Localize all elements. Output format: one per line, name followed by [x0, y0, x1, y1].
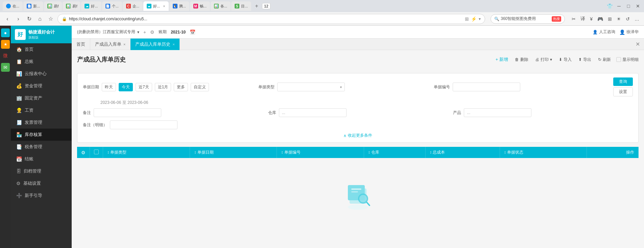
- account-selector[interactable]: (勿删勿禁用）江西服宝测试专用 ▾: [77, 29, 139, 35]
- tab-t8[interactable]: ☁ 好... ×: [143, 1, 169, 11]
- sidebar-item-home[interactable]: 🏠 首页: [11, 43, 72, 55]
- column-settings-icon[interactable]: ⚙: [81, 150, 86, 155]
- refresh-button[interactable]: ↻: [25, 15, 33, 23]
- custom-btn[interactable]: 自定义: [191, 83, 209, 91]
- refresh-button[interactable]: ↻ 刷新: [597, 56, 612, 63]
- chevron-down-icon[interactable]: ▾: [479, 17, 481, 21]
- email-symbol: ✉: [3, 65, 7, 70]
- search-panel: 单据日期 昨天 今天 近7天 近1月 更多 自定义 单据类型: [77, 73, 639, 143]
- last7-btn[interactable]: 近7天: [136, 83, 152, 91]
- maximize-button[interactable]: □: [625, 3, 632, 9]
- yuan-icon[interactable]: ¥: [589, 16, 594, 22]
- consultant-button[interactable]: 👤 人工咨询: [593, 29, 615, 35]
- sidebar-item-tax[interactable]: 📑 税务管理: [11, 141, 72, 153]
- sidebar-item-ledger[interactable]: 📋 总账: [11, 55, 72, 68]
- remark-input[interactable]: [94, 108, 161, 117]
- settings-dots-icon[interactable]: …: [633, 16, 641, 22]
- tab-t5[interactable]: ☁ 好...: [81, 1, 101, 11]
- tab-t10[interactable]: M 畅...: [190, 1, 210, 11]
- detail-remark-input[interactable]: [110, 120, 177, 129]
- search-bar[interactable]: 🔍 360智能抠图免费用 热搜: [491, 14, 565, 24]
- payroll-icon: 👷: [16, 108, 22, 113]
- export-icon: ⬆: [578, 57, 582, 62]
- last1m-btn[interactable]: 近1月: [155, 83, 171, 91]
- page-tab-list-close[interactable]: ×: [123, 42, 125, 46]
- sidebar-item-close[interactable]: 📆 结账: [11, 153, 72, 165]
- close-button[interactable]: ✕: [635, 3, 641, 9]
- query-button[interactable]: 查询: [613, 77, 633, 86]
- add-account-icon[interactable]: +: [143, 29, 146, 35]
- delete-button[interactable]: 🗑 删除: [514, 56, 530, 63]
- tab-t2[interactable]: 📄 新...: [23, 1, 43, 11]
- table-header-row: ⚙ ↕ 单据类型 ↕ 单据日期: [77, 147, 639, 158]
- sidebar-item-fixed[interactable]: 🏢 固定资产: [11, 92, 72, 104]
- print-dropdown-icon: ▾: [550, 57, 552, 62]
- home-button[interactable]: ⌂: [36, 15, 44, 23]
- game-icon[interactable]: 🎮: [596, 16, 604, 22]
- search-row-date: 单据日期 昨天 今天 近7天 近1月 更多 自定义 单据类型: [83, 77, 633, 96]
- th-checkbox[interactable]: [90, 147, 103, 158]
- translate-icon[interactable]: 译: [579, 15, 587, 23]
- number-input[interactable]: [453, 83, 520, 91]
- tab-t9[interactable]: 🐧 腾...: [169, 1, 189, 11]
- query-buttons: 查询 设置: [613, 77, 633, 96]
- today-btn[interactable]: 今天: [119, 83, 133, 91]
- app-logo-icon[interactable]: ●: [1, 28, 10, 37]
- yesterday-btn[interactable]: 昨天: [102, 83, 116, 91]
- close-pane-icon[interactable]: ✕: [636, 41, 640, 47]
- page-tab-history-close[interactable]: ×: [172, 42, 174, 46]
- page-tab-list[interactable]: 产成品入库单 ×: [90, 39, 130, 50]
- sidebar-item-invoice[interactable]: 🧾 发票管理: [11, 116, 72, 129]
- sidebar-item-report[interactable]: 📊 云报表中心: [11, 68, 72, 80]
- sidebar-item-inventory[interactable]: 🏪 库存核算: [11, 129, 72, 141]
- tab-t6[interactable]: 📄 个...: [102, 1, 122, 11]
- settings-query-button[interactable]: 设置: [613, 87, 633, 96]
- page-tab-home[interactable]: 首页: [72, 39, 90, 50]
- reload-icon[interactable]: ↺: [624, 16, 631, 22]
- import-button[interactable]: ⬇ 导入: [557, 56, 573, 63]
- warehouse-field: 仓库 ...: [268, 108, 448, 117]
- type-select[interactable]: ▾: [277, 83, 345, 91]
- print-button[interactable]: 🖨 打印 ▾: [534, 56, 553, 63]
- hot-badge: 热搜: [552, 16, 561, 22]
- weibo-icon[interactable]: 微: [1, 51, 10, 60]
- product-select[interactable]: ...: [464, 108, 531, 117]
- th-settings[interactable]: ⚙: [77, 147, 90, 158]
- scissors-icon[interactable]: ✂: [570, 16, 577, 22]
- data-table: ⚙ ↕ 单据类型 ↕ 单据日期: [77, 147, 639, 158]
- sidebar-label-tax: 税务管理: [25, 144, 42, 150]
- tab-t11[interactable]: 📊 各...: [211, 1, 231, 11]
- tab-t3[interactable]: 📊 易f: [44, 1, 62, 11]
- tab-t4[interactable]: 📊 易f: [63, 1, 80, 11]
- sun-icon[interactable]: ☀: [615, 16, 622, 22]
- notification-icon[interactable]: ★: [1, 40, 10, 49]
- page-tab-history[interactable]: 产成品入库单历史 ×: [130, 39, 180, 50]
- select-all-checkbox[interactable]: [94, 150, 99, 154]
- user-info: 👤 徐泽华: [619, 29, 639, 35]
- sidebar-item-basic[interactable]: ⚙ 基础设置: [11, 177, 72, 189]
- tab-t1[interactable]: 🌐 在...: [3, 1, 23, 11]
- sidebar-item-archive[interactable]: 🗄 归档管理: [11, 165, 72, 177]
- show-details-checkbox[interactable]: [616, 57, 621, 62]
- settings-gear-icon[interactable]: ⚙: [150, 29, 154, 35]
- sidebar-item-fund[interactable]: 💰 资金管理: [11, 80, 72, 92]
- apps-icon[interactable]: ⊞: [606, 16, 613, 22]
- more-btn[interactable]: 更多: [174, 83, 188, 91]
- sidebar-item-payroll[interactable]: 👷 工资: [11, 104, 72, 116]
- export-button[interactable]: ⬆ 导出: [577, 56, 593, 63]
- minimize-button[interactable]: ─: [616, 3, 622, 9]
- tab-t7[interactable]: C 企...: [123, 1, 143, 11]
- collapse-button[interactable]: ∧ 收起更多条件: [83, 133, 633, 138]
- add-button[interactable]: + 新增: [494, 56, 509, 63]
- bookmark-button[interactable]: ☆: [47, 15, 55, 23]
- sidebar-item-newbie[interactable]: ➕ 新手引导: [11, 189, 72, 202]
- tab-close-t8[interactable]: ×: [163, 4, 165, 8]
- calendar-icon[interactable]: 📅: [190, 29, 195, 35]
- back-button[interactable]: ‹: [3, 15, 11, 23]
- warehouse-select[interactable]: ...: [279, 108, 347, 117]
- email-icon[interactable]: ✉: [1, 63, 10, 72]
- url-bar[interactable]: 🔒 https://cloud.chanjet.com/accounting/u…: [57, 14, 485, 24]
- new-tab-button[interactable]: +: [252, 1, 261, 11]
- tab-t12[interactable]: S 目...: [231, 1, 251, 11]
- forward-button[interactable]: ›: [14, 15, 22, 23]
